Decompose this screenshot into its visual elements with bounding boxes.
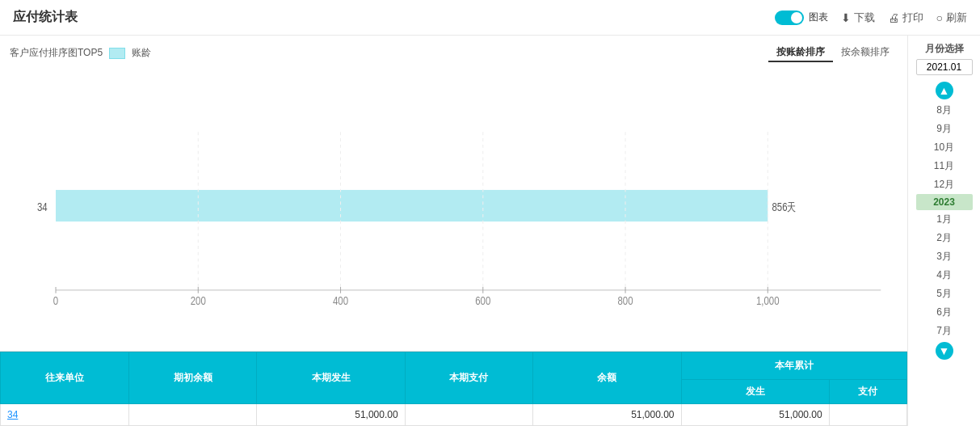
legend-box <box>109 48 125 59</box>
header-actions: 图表 ⬇ 下载 🖨 打印 ○ 刷新 <box>775 11 967 25</box>
chart-sort-buttons: 按账龄排序 按余额排序 <box>768 44 898 62</box>
download-label: 下载 <box>854 11 875 25</box>
month-item[interactable]: 2月 <box>916 229 973 247</box>
cell-ytd-pay <box>829 404 906 426</box>
print-label: 打印 <box>902 11 923 25</box>
month-item[interactable]: 8月 <box>916 101 973 120</box>
svg-text:1,000: 1,000 <box>756 294 780 308</box>
month-item[interactable]: 3月 <box>916 247 973 266</box>
month-down-arrow[interactable]: ▼ <box>936 342 953 360</box>
month-list: 8月9月10月11月12月20231月2月3月4月5月6月7月 <box>908 101 980 340</box>
svg-text:800: 800 <box>618 294 633 308</box>
download-button[interactable]: ⬇ 下载 <box>841 11 875 25</box>
chart-header: 客户应付排序图TOP5 账龄 按账龄排序 按余额排序 <box>10 44 898 62</box>
toggle-circle <box>791 12 802 23</box>
header: 应付统计表 图表 ⬇ 下载 🖨 打印 ○ 刷新 <box>0 0 980 36</box>
month-up-arrow[interactable]: ▲ <box>936 82 953 99</box>
col-balance: 余额 <box>533 352 681 404</box>
sort-by-amount-button[interactable]: 按余额排序 <box>833 44 898 62</box>
table-row: 34 51,000.00 51,000.00 51,000.00 <box>1 404 907 426</box>
month-item[interactable]: 10月 <box>916 138 973 157</box>
chart-toggle[interactable] <box>775 11 804 25</box>
year-input[interactable] <box>916 59 973 75</box>
cell-current-pay <box>405 404 533 426</box>
month-item[interactable]: 11月 <box>916 157 973 175</box>
data-table: 往来单位 期初余额 本期发生 本期支付 余额 本年累计 发生 支付 <box>0 352 907 426</box>
month-item[interactable]: 12月 <box>916 175 973 194</box>
month-item[interactable]: 5月 <box>916 285 973 303</box>
col-unit: 往来单位 <box>1 352 129 404</box>
chart-label: 图表 <box>809 11 828 24</box>
year-label[interactable]: 2023 <box>916 194 973 210</box>
col-ytd-occur: 发生 <box>681 380 829 404</box>
month-item[interactable]: 1月 <box>916 210 973 229</box>
col-ytd-pay: 支付 <box>829 380 906 404</box>
download-icon: ⬇ <box>841 11 851 24</box>
col-current-pay: 本期支付 <box>405 352 533 404</box>
table-section: 往来单位 期初余额 本期发生 本期支付 余额 本年累计 发生 支付 <box>0 351 907 426</box>
page-title: 应付统计表 <box>13 9 78 26</box>
chart-legend: 客户应付排序图TOP5 账龄 <box>10 46 151 60</box>
chart-area: 34 856天 0 200 400 <box>10 69 898 343</box>
cell-unit[interactable]: 34 <box>1 404 129 426</box>
svg-text:856天: 856天 <box>772 200 796 214</box>
cell-ytd-occur: 51,000.00 <box>681 404 829 426</box>
content-area: 客户应付排序图TOP5 账龄 按账龄排序 按余额排序 34 <box>0 36 980 426</box>
print-icon: 🖨 <box>888 11 899 24</box>
month-item[interactable]: 9月 <box>916 120 973 138</box>
refresh-icon: ○ <box>936 11 943 24</box>
legend-title: 客户应付排序图TOP5 <box>10 46 103 60</box>
cell-balance: 51,000.00 <box>533 404 681 426</box>
col-ytd: 本年累计 <box>681 352 906 380</box>
month-item[interactable]: 6月 <box>916 303 973 322</box>
svg-rect-1 <box>56 190 768 221</box>
left-panel: 客户应付排序图TOP5 账龄 按账龄排序 按余额排序 34 <box>0 36 907 426</box>
cell-opening <box>128 404 257 426</box>
svg-text:0: 0 <box>53 294 58 308</box>
chart-toggle-wrap: 图表 <box>775 11 828 25</box>
legend-box-label: 账龄 <box>132 46 151 60</box>
main-container: 应付统计表 图表 ⬇ 下载 🖨 打印 ○ 刷新 <box>0 0 980 426</box>
svg-text:400: 400 <box>333 294 348 308</box>
bar-chart-svg: 34 856天 0 200 400 <box>10 69 898 343</box>
refresh-label: 刷新 <box>946 11 967 25</box>
svg-text:600: 600 <box>475 294 490 308</box>
table-header-row: 往来单位 期初余额 本期发生 本期支付 余额 本年累计 <box>1 352 907 380</box>
right-sidebar: 月份选择 ▲ 8月9月10月11月12月20231月2月3月4月5月6月7月 ▼ <box>907 36 980 426</box>
col-current-occur: 本期发生 <box>257 352 405 404</box>
refresh-button[interactable]: ○ 刷新 <box>936 11 967 25</box>
sidebar-title: 月份选择 <box>925 42 964 56</box>
svg-text:34: 34 <box>37 200 48 214</box>
print-button[interactable]: 🖨 打印 <box>888 11 923 25</box>
chart-section: 客户应付排序图TOP5 账龄 按账龄排序 按余额排序 34 <box>0 36 907 351</box>
table-body: 34 51,000.00 51,000.00 51,000.00 <box>1 404 907 426</box>
sort-by-balance-button[interactable]: 按账龄排序 <box>768 44 833 62</box>
cell-current-occur: 51,000.00 <box>257 404 405 426</box>
month-item[interactable]: 4月 <box>916 266 973 285</box>
col-opening: 期初余额 <box>128 352 257 404</box>
svg-text:200: 200 <box>191 294 206 308</box>
month-item[interactable]: 7月 <box>916 322 973 340</box>
